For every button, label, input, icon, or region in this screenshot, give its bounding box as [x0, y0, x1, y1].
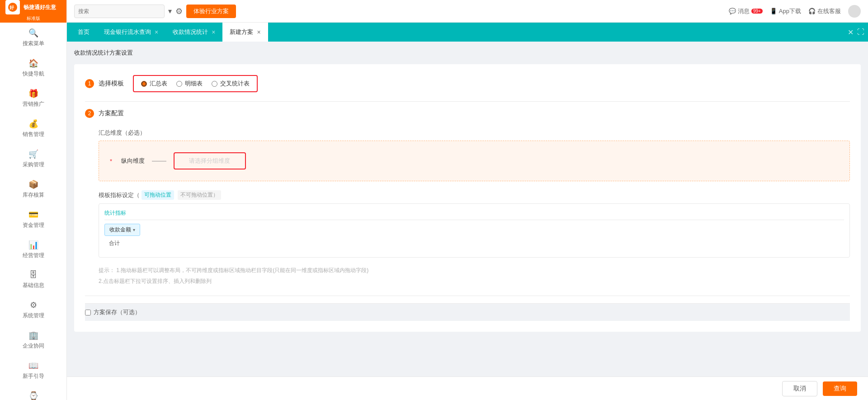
metric-tag-collection[interactable]: 收款金额 ▾	[104, 224, 844, 236]
tab-cash-bank-close-icon[interactable]: ×	[155, 28, 158, 36]
sidebar-item-finance[interactable]: 💳 资金管理	[0, 204, 66, 235]
gear-icon[interactable]: ⚙	[175, 6, 183, 16]
step1-row: 1 选择模板 汇总表 明细表 交叉统计表	[85, 75, 850, 92]
tab-home[interactable]: 首页	[71, 23, 97, 42]
tab-collection-stats[interactable]: 收款情况统计 ×	[165, 23, 222, 42]
radio-cross-label: 交叉统计表	[220, 80, 250, 88]
sidebar-item-operation[interactable]: 📊 经营管理	[0, 235, 66, 265]
metrics-settings-label: 模板指标设定（ 可拖动位置 不可拖动位置）	[99, 190, 850, 200]
sidebar-item-label-inventory: 库存核算	[23, 191, 44, 199]
sidebar-item-label-search-menu: 搜索菜单	[23, 40, 44, 47]
template-radio-group: 汇总表 明细表 交叉统计表	[133, 75, 258, 92]
cancel-button[interactable]: 取消	[782, 381, 817, 396]
tab-cash-bank-label: 现金银行流水查询	[104, 28, 151, 36]
online-service-icon: 🎧	[808, 8, 816, 14]
message-btn[interactable]: 💬 消息 99+	[729, 7, 763, 15]
purchase-icon: 🛒	[28, 149, 38, 159]
inventory-icon: 📦	[28, 179, 38, 189]
topbar-right: 💬 消息 99+ 📱 App下载 🎧 在线客服	[729, 5, 861, 18]
non-movable-label: 不可拖动位置）	[178, 190, 221, 200]
radio-detail[interactable]: 明细表	[176, 80, 203, 88]
tip-2: 2.点击标题栏下拉可设置排序、插入列和删除列	[99, 276, 850, 287]
divider-2	[85, 296, 850, 296]
query-button[interactable]: 查询	[823, 381, 857, 396]
topbar-left: ▾ ⚙ 体验行业方案	[74, 5, 236, 18]
sidebar-item-newbie[interactable]: 📖 新手引导	[0, 355, 66, 386]
sidebar-item-system[interactable]: ⚙ 系统管理	[0, 295, 66, 325]
metrics-category-header: 统计指标	[104, 209, 844, 220]
tab-collection-stats-close-icon[interactable]: ×	[212, 28, 215, 36]
arrow-right-icon: ——	[152, 157, 166, 165]
required-mark: *	[110, 158, 112, 165]
tab-new-plan-close-icon[interactable]: ×	[257, 28, 260, 36]
page-title: 收款情况统计方案设置	[74, 49, 861, 57]
save-option-label: 方案保存（可选）	[94, 308, 141, 316]
sidebar: 好 畅捷通好生意 标准版 🔍 搜索菜单 🏠 快捷导航 🎁 营销推广 💰 销售管理…	[0, 0, 67, 400]
step2-label: 方案配置	[99, 109, 124, 118]
sidebar-item-label-marketing: 营销推广	[23, 100, 44, 108]
dim-select[interactable]: 请选择分组维度	[174, 152, 246, 169]
step1-label: 选择模板	[99, 80, 124, 88]
sidebar-item-inventory[interactable]: 📦 库存核算	[0, 174, 66, 204]
trial-btn[interactable]: 体验行业方案	[186, 5, 236, 18]
tab-window-controls: ✕ ⛶	[848, 28, 864, 37]
search-menu-icon: 🔍	[28, 28, 38, 38]
radio-cross[interactable]: 交叉统计表	[212, 80, 250, 88]
window-maximize-icon[interactable]: ⛶	[857, 28, 864, 36]
sidebar-logo: 好 畅捷通好生意	[0, 0, 66, 14]
sales-icon: 💰	[28, 119, 38, 129]
step2-content: 汇总维度（必选） * 纵向维度 —— 请选择分组维度 模板指标设定（ 可拖动	[85, 123, 850, 287]
dropdown-arrow-icon[interactable]: ▾	[168, 7, 172, 15]
tab-home-label: 首页	[78, 28, 90, 36]
step2-num: 2	[85, 109, 94, 118]
sidebar-item-sales[interactable]: 💰 销售管理	[0, 113, 66, 144]
content-area: 收款情况统计方案设置 1 选择模板 汇总表 明细表	[67, 42, 868, 376]
search-input[interactable]	[74, 5, 165, 18]
main-area: ▾ ⚙ 体验行业方案 💬 消息 99+ 📱 App下载 🎧 在线客服 首页	[67, 0, 868, 400]
sidebar-item-label-newbie: 新手引导	[23, 372, 44, 380]
marketing-icon: 🎁	[28, 89, 38, 99]
step1-num: 1	[85, 79, 94, 88]
topbar: ▾ ⚙ 体验行业方案 💬 消息 99+ 📱 App下载 🎧 在线客服	[67, 0, 868, 23]
metric-tag-label: 收款金额	[109, 226, 131, 234]
save-option[interactable]: 方案保存（可选）	[85, 308, 141, 316]
sidebar-item-search-menu[interactable]: 🔍 搜索菜单	[0, 23, 66, 53]
sidebar-item-enterprise[interactable]: 🏢 企业协同	[0, 325, 66, 355]
window-close-icon[interactable]: ✕	[848, 28, 854, 37]
version-badge: 标准版	[0, 14, 66, 23]
footer-save: 方案保存（可选）	[85, 303, 850, 321]
radio-summary-input[interactable]	[141, 81, 147, 87]
tab-new-plan[interactable]: 新建方案 ×	[222, 23, 268, 42]
metrics-section: 模板指标设定（ 可拖动位置 不可拖动位置） 统计指标 收款金额	[99, 190, 850, 258]
app-download-label: App下载	[779, 7, 801, 15]
tip-1: 提示： 1.拖动标题栏可以调整布局，不可跨维度或指标区域拖动栏目字段(只能在同一…	[99, 265, 850, 276]
sidebar-item-marketing[interactable]: 🎁 营销推广	[0, 83, 66, 113]
tab-collection-stats-label: 收款情况统计	[173, 28, 208, 36]
message-icon: 💬	[729, 8, 736, 14]
enterprise-icon: 🏢	[28, 330, 38, 340]
user-avatar[interactable]	[848, 5, 861, 18]
sidebar-item-base-info[interactable]: 🗄 基础信息	[0, 265, 66, 295]
app-download-btn[interactable]: 📱 App下载	[770, 7, 801, 15]
metrics-settings-text: 模板指标设定（	[99, 191, 140, 199]
svg-text:好: 好	[9, 5, 14, 10]
metrics-area: 统计指标 收款金额 ▾ 合计	[99, 203, 850, 258]
radio-detail-input[interactable]	[176, 81, 182, 87]
radio-cross-input[interactable]	[212, 81, 217, 87]
sidebar-item-label-finance: 资金管理	[23, 221, 44, 229]
tab-cash-bank[interactable]: 现金银行流水查询 ×	[97, 23, 165, 42]
tab-new-plan-label: 新建方案	[230, 28, 253, 36]
radio-detail-label: 明细表	[185, 80, 203, 88]
sidebar-item-label-purchase: 采购管理	[23, 161, 44, 169]
sidebar-item-smart-hw[interactable]: ⌚ 智能硬件	[0, 386, 66, 400]
message-label: 消息	[738, 7, 750, 15]
sidebar-item-label-operation: 经营管理	[23, 252, 44, 259]
step2-header: 2 方案配置	[85, 109, 124, 118]
sidebar-item-purchase[interactable]: 🛒 采购管理	[0, 144, 66, 174]
online-service-btn[interactable]: 🎧 在线客服	[808, 7, 841, 15]
sidebar-item-quick-nav[interactable]: 🏠 快捷导航	[0, 53, 66, 83]
dimension-section-title: 汇总维度（必选）	[99, 129, 850, 137]
radio-summary[interactable]: 汇总表	[141, 80, 167, 88]
save-checkbox[interactable]	[85, 310, 91, 315]
sidebar-item-label-quick-nav: 快捷导航	[23, 70, 44, 78]
